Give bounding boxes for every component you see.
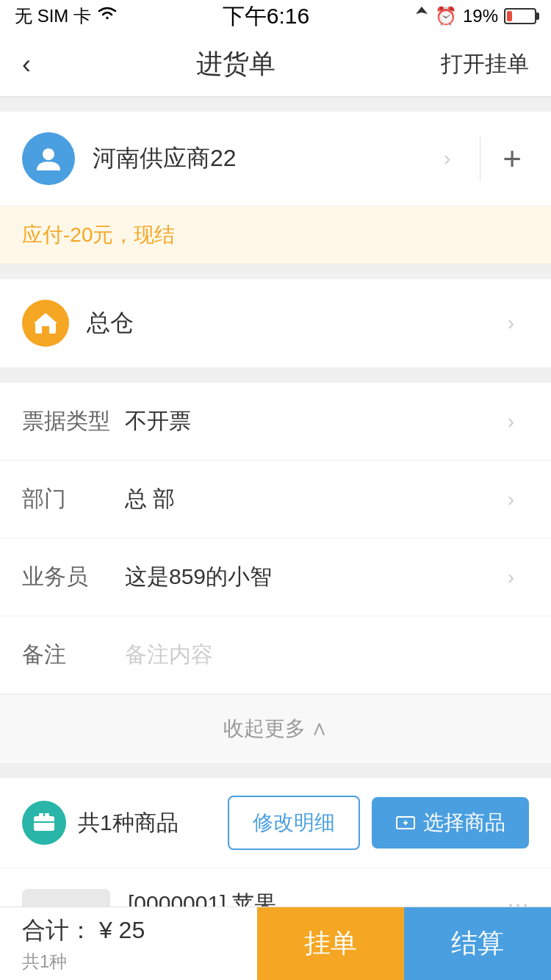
status-left: 无 SIM 卡	[15, 4, 118, 28]
open-hold-button[interactable]: 打开挂单	[441, 49, 529, 79]
salesman-label: 业务员	[22, 562, 125, 592]
warehouse-row[interactable]: 总仓 ›	[0, 279, 551, 367]
remark-input[interactable]: 备注内容	[125, 640, 529, 670]
collapse-row[interactable]: 收起更多 ∧	[0, 693, 551, 763]
total-value: ¥ 25	[99, 917, 145, 943]
svg-rect-5	[39, 813, 43, 819]
department-value: 总 部	[125, 484, 508, 514]
warehouse-icon	[22, 300, 69, 347]
form-section: 票据类型 不开票 › 部门 总 部 › 业务员 这是859的小智 › 备注 备注…	[0, 382, 551, 763]
warehouse-section: 总仓 ›	[0, 279, 551, 367]
divider	[480, 137, 480, 181]
supplier-section: 河南供应商22 › + 应付-20元，现结	[0, 112, 551, 264]
svg-marker-2	[34, 313, 57, 323]
products-header: 共1种商品 修改明细 选择商品	[0, 778, 551, 868]
invoice-type-value: 不开票	[125, 406, 508, 436]
section-gap-1	[0, 97, 551, 112]
section-gap-2	[0, 264, 551, 279]
invoice-type-row[interactable]: 票据类型 不开票 ›	[0, 382, 551, 460]
department-row[interactable]: 部门 总 部 ›	[0, 460, 551, 538]
total-count: 共1种	[22, 950, 235, 973]
carrier-label: 无 SIM 卡	[15, 4, 91, 28]
salesman-value: 这是859的小智	[125, 562, 508, 592]
battery-icon	[504, 8, 536, 24]
section-gap-4	[0, 763, 551, 778]
svg-rect-4	[34, 816, 54, 831]
bottom-bar: 合计： ¥ 25 共1种 挂单 结算	[0, 907, 551, 980]
battery-percent: 19%	[463, 6, 498, 26]
wifi-icon	[97, 6, 118, 26]
select-product-button[interactable]: 选择商品	[372, 797, 529, 849]
department-chevron-icon: ›	[508, 488, 514, 511]
supplier-name: 河南供应商22	[93, 143, 444, 175]
supplier-avatar	[22, 132, 75, 185]
back-button[interactable]: ‹	[22, 49, 31, 80]
salesman-chevron-icon: ›	[508, 566, 514, 589]
main-content: 河南供应商22 › + 应付-20元，现结 总仓 ›	[0, 97, 551, 980]
remark-label: 备注	[22, 640, 125, 670]
select-product-label: 选择商品	[423, 809, 505, 837]
supplier-row[interactable]: 河南供应商22 › +	[0, 112, 551, 206]
location-icon	[414, 5, 429, 27]
invoice-type-label: 票据类型	[22, 406, 125, 436]
svg-rect-3	[42, 326, 49, 334]
section-gap-3	[0, 367, 551, 382]
products-icon	[22, 801, 66, 845]
nav-bar: ‹ 进货单 打开挂单	[0, 32, 551, 97]
info-banner: 应付-20元，现结	[0, 206, 551, 264]
products-count: 共1种商品	[78, 808, 216, 838]
supplier-chevron-icon: ›	[444, 147, 450, 170]
hold-button[interactable]: 挂单	[257, 907, 404, 980]
svg-rect-6	[45, 813, 49, 819]
status-bar: 无 SIM 卡 下午6:16 ⏰ 19%	[0, 0, 551, 32]
salesman-row[interactable]: 业务员 这是859的小智 ›	[0, 538, 551, 616]
total-label: 合计：	[22, 917, 93, 943]
warehouse-chevron-icon: ›	[508, 311, 514, 335]
info-banner-text: 应付-20元，现结	[22, 223, 175, 246]
warehouse-name: 总仓	[87, 307, 508, 339]
svg-point-0	[43, 148, 54, 160]
total-amount: 合计： ¥ 25	[22, 915, 235, 947]
remark-row[interactable]: 备注 备注内容	[0, 616, 551, 693]
collapse-label: 收起更多 ∧	[223, 717, 328, 740]
alarm-icon: ⏰	[435, 6, 457, 26]
add-supplier-button[interactable]: +	[495, 140, 529, 177]
bottom-total: 合计： ¥ 25 共1种	[0, 907, 257, 980]
edit-detail-button[interactable]: 修改明细	[228, 796, 360, 850]
checkout-button[interactable]: 结算	[404, 907, 551, 980]
department-label: 部门	[22, 484, 125, 514]
invoice-chevron-icon: ›	[508, 410, 514, 433]
time-label: 下午6:16	[223, 1, 309, 32]
page-title: 进货单	[196, 46, 276, 82]
status-right: ⏰ 19%	[414, 5, 536, 27]
